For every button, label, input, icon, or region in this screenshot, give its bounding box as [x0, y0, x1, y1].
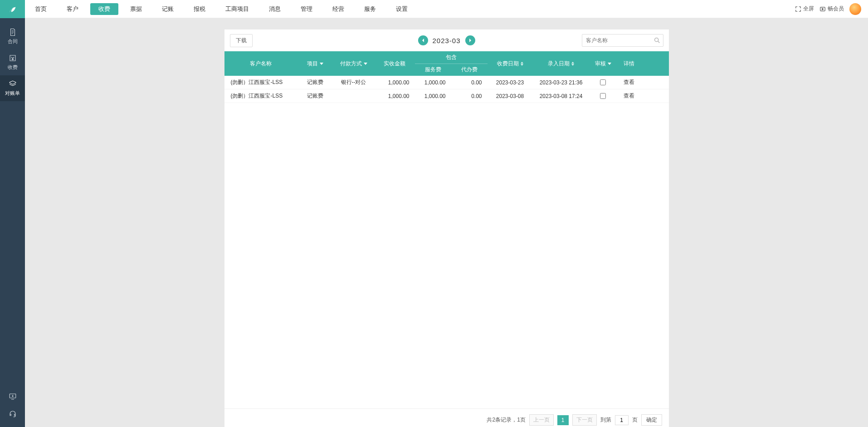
col-amount: 实收金额 — [374, 51, 415, 76]
table-header: 客户名称 项目 付款方式 实收金额 包含 服务费 代办费 收费日期 录入日期 审… — [224, 51, 669, 76]
play-box-icon — [819, 6, 826, 12]
date-navigator: 2023-03 — [418, 35, 475, 45]
app-logo[interactable] — [0, 0, 25, 18]
sort-icon — [571, 62, 574, 66]
cell-entry-date: 2023-03-23 21:36 — [533, 79, 590, 86]
fullscreen-button[interactable]: 全屏 — [795, 5, 814, 13]
top-nav: 首页 客户 收费 票据 记账 报税 工商项目 消息 管理 经营 服务 设置 全屏… — [0, 0, 868, 18]
search-input[interactable] — [582, 34, 663, 47]
nav-operate[interactable]: 经营 — [324, 3, 352, 15]
table-row: (勿删）江西服宝-LSS 记账费 1,000.00 1,000.00 0.00 … — [224, 89, 669, 103]
col-agent-fee: 代办费 — [451, 64, 488, 76]
cell-amount: 1,000.00 — [374, 79, 415, 86]
nav-customer[interactable]: 客户 — [59, 3, 87, 15]
cell-detail: 查看 — [617, 92, 642, 100]
sidebar-item-label: 合同 — [8, 38, 18, 45]
sort-icon — [521, 62, 523, 66]
nav-fees[interactable]: 收费 — [90, 3, 118, 15]
col-detail: 详情 — [617, 51, 642, 76]
current-date: 2023-03 — [432, 37, 460, 44]
col-include: 包含 服务费 代办费 — [415, 51, 488, 76]
main-area: 下载 2023-03 客户名称 项目 付款方式 实收金额 包含 — [25, 18, 868, 427]
sidebar-support[interactable] — [0, 405, 25, 422]
pager-next-button[interactable]: 下一页 — [572, 414, 597, 426]
col-fee-date[interactable]: 收费日期 — [488, 51, 533, 76]
logo-leaf-icon — [8, 4, 18, 14]
fullscreen-label: 全屏 — [803, 5, 814, 13]
audit-checkbox[interactable] — [600, 93, 606, 99]
col-fee-date-label: 收费日期 — [497, 60, 519, 68]
fullscreen-icon — [795, 6, 801, 12]
col-item-label: 项目 — [307, 60, 318, 68]
cell-entry-date: 2023-03-08 17:24 — [533, 93, 590, 99]
nav-home[interactable]: 首页 — [27, 3, 55, 15]
col-service-fee: 服务费 — [415, 64, 451, 76]
table-body: (勿删）江西服宝-LSS 记账费 银行--对公 1,000.00 1,000.0… — [224, 76, 669, 408]
date-next-button[interactable] — [465, 35, 475, 45]
nav-right: 全屏 畅会员 — [795, 3, 868, 15]
cell-agent-fee: 0.00 — [451, 93, 488, 99]
sidebar-download[interactable] — [0, 388, 25, 405]
nav-business[interactable]: 工商项目 — [217, 3, 257, 15]
pager-current-page[interactable]: 1 — [557, 415, 569, 425]
sidebar-item-label: 收费 — [8, 64, 18, 71]
cell-pay-method: 银行--对公 — [333, 79, 374, 86]
pager-summary: 共2条记录，1页 — [487, 416, 525, 424]
date-prev-button[interactable] — [418, 35, 428, 45]
contract-icon — [9, 28, 17, 36]
col-item[interactable]: 项目 — [297, 51, 333, 76]
sidebar-item-fees[interactable]: 收费 — [0, 49, 25, 75]
nav-accounting[interactable]: 记账 — [154, 3, 182, 15]
col-pay-method[interactable]: 付款方式 — [333, 51, 374, 76]
pager-goto-input[interactable] — [615, 415, 629, 425]
cell-fee-date: 2023-03-23 — [488, 79, 533, 86]
nav-tax[interactable]: 报税 — [185, 3, 214, 15]
sidebar-bottom — [0, 388, 25, 422]
pager-goto-suffix: 页 — [632, 416, 638, 424]
chevron-right-icon — [468, 38, 473, 43]
nav-service[interactable]: 服务 — [356, 3, 384, 15]
col-customer: 客户名称 — [224, 51, 297, 76]
nav-settings[interactable]: 设置 — [388, 3, 416, 15]
pager-goto-prefix: 到第 — [600, 416, 611, 424]
nav-manage[interactable]: 管理 — [293, 3, 321, 15]
nav-messages[interactable]: 消息 — [261, 3, 289, 15]
cell-customer: (勿删）江西服宝-LSS — [224, 79, 297, 86]
caret-down-icon — [364, 63, 367, 65]
sidebar-item-label: 对账单 — [5, 90, 20, 97]
panel-header: 下载 2023-03 — [224, 29, 669, 51]
col-entry-date-label: 录入日期 — [548, 60, 570, 68]
nav-items: 首页 客户 收费 票据 记账 报税 工商项目 消息 管理 经营 服务 设置 — [25, 0, 418, 18]
member-button[interactable]: 畅会员 — [819, 5, 844, 13]
audit-checkbox[interactable] — [600, 79, 606, 85]
caret-down-icon — [608, 63, 611, 65]
search-icon[interactable] — [653, 37, 661, 44]
table-row: (勿删）江西服宝-LSS 记账费 银行--对公 1,000.00 1,000.0… — [224, 76, 669, 89]
col-audit[interactable]: 审核 — [590, 51, 617, 76]
pager-prev-button[interactable]: 上一页 — [529, 414, 554, 426]
cell-fee-date: 2023-03-08 — [488, 93, 533, 99]
col-entry-date[interactable]: 录入日期 — [533, 51, 590, 76]
sidebar-item-contract[interactable]: 合同 — [0, 24, 25, 49]
cell-customer: (勿删）江西服宝-LSS — [224, 92, 297, 100]
cell-detail: 查看 — [617, 79, 642, 86]
cell-service-fee: 1,000.00 — [415, 79, 451, 86]
col-pay-label: 付款方式 — [340, 60, 362, 68]
avatar[interactable] — [849, 3, 861, 15]
cell-service-fee: 1,000.00 — [415, 93, 451, 99]
view-link[interactable]: 查看 — [624, 79, 634, 86]
money-icon — [9, 54, 17, 62]
search-box — [582, 34, 663, 47]
view-link[interactable]: 查看 — [624, 92, 634, 100]
nav-bills[interactable]: 票据 — [122, 3, 150, 15]
download-button[interactable]: 下载 — [230, 34, 253, 47]
headset-icon — [9, 410, 17, 418]
cell-item: 记账费 — [297, 79, 333, 86]
cell-audit — [590, 79, 617, 85]
chevron-left-icon — [420, 38, 425, 43]
sidebar-item-statement[interactable]: 对账单 — [0, 75, 25, 101]
pager-confirm-button[interactable]: 确定 — [641, 414, 662, 426]
cell-amount: 1,000.00 — [374, 93, 415, 99]
cell-audit — [590, 93, 617, 99]
member-label: 畅会员 — [828, 5, 844, 13]
